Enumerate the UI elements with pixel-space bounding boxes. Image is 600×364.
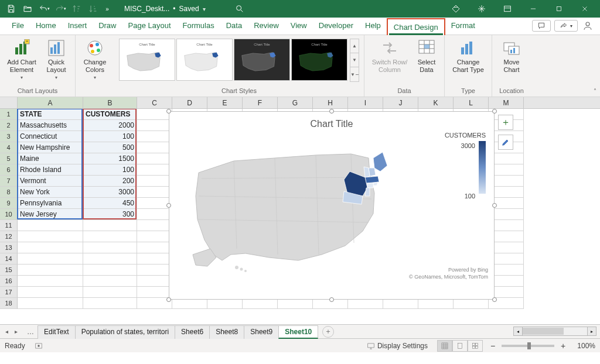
cell-A1[interactable]: STATE <box>18 109 83 120</box>
col-header-F[interactable]: F <box>243 97 278 108</box>
save-state[interactable]: Saved <box>179 5 199 13</box>
cell-B9[interactable]: 450 <box>83 198 137 209</box>
row-header-17[interactable]: 17 <box>0 287 18 298</box>
cell-B1[interactable]: CUSTOMERS <box>83 109 137 120</box>
cell-B14[interactable] <box>83 253 137 265</box>
cell-B15[interactable] <box>83 265 137 276</box>
row-header-8[interactable]: 8 <box>0 187 18 198</box>
row-header-7[interactable]: 7 <box>0 176 18 187</box>
chart-style-4[interactable]: Chart Title <box>291 39 347 81</box>
share-button[interactable]: ▾ <box>554 20 578 32</box>
chart-plot-area[interactable]: CUSTOMERS 3000 100 <box>169 132 494 284</box>
cell-A18[interactable] <box>18 298 83 309</box>
col-header-J[interactable]: J <box>383 97 418 108</box>
view-page-break-button[interactable] <box>468 340 483 352</box>
row-header-4[interactable]: 4 <box>0 142 18 153</box>
zoom-out-button[interactable]: − <box>488 341 498 351</box>
account-icon[interactable] <box>581 19 594 32</box>
gallery-up-button[interactable]: ▲ <box>350 39 359 53</box>
cell-C17[interactable] <box>137 287 172 298</box>
sheet-tab-sheet8[interactable]: Sheet8 <box>209 325 244 339</box>
cell-A11[interactable] <box>18 220 83 231</box>
maximize-button[interactable] <box>547 0 571 18</box>
move-chart-button[interactable]: Move Chart <box>497 37 526 75</box>
diamond-icon[interactable] <box>444 0 468 18</box>
qat-more-icon[interactable]: » <box>102 1 112 16</box>
resize-handle[interactable] <box>492 297 497 302</box>
open-icon[interactable] <box>20 1 35 16</box>
cell-B10[interactable]: 300 <box>83 209 137 220</box>
cell-C2[interactable] <box>137 120 172 131</box>
cell-C16[interactable] <box>137 276 172 287</box>
zoom-slider[interactable] <box>502 345 554 347</box>
cell-A5[interactable]: Maine <box>18 153 83 164</box>
cell-C12[interactable] <box>137 231 172 242</box>
add-chart-element-button[interactable]: + Add Chart Element ▾ <box>5 37 39 81</box>
view-page-layout-button[interactable] <box>452 340 468 352</box>
row-header-18[interactable]: 18 <box>0 298 18 309</box>
tab-formulas[interactable]: Formulas <box>177 18 220 35</box>
view-normal-button[interactable] <box>437 340 452 352</box>
cell-C4[interactable] <box>137 142 172 153</box>
region-vermont[interactable] <box>364 167 370 177</box>
scroll-left-button[interactable]: ◂ <box>513 327 523 336</box>
change-colors-button[interactable]: Change Colors ▾ <box>80 37 110 81</box>
row-header-15[interactable]: 15 <box>0 265 18 276</box>
chevron-down-icon[interactable]: ▾ <box>203 6 206 12</box>
cell-A13[interactable] <box>18 242 83 253</box>
sparkle-icon[interactable] <box>470 0 493 18</box>
tab-nav-first[interactable]: ◂ <box>2 327 11 337</box>
search-button[interactable] <box>235 4 244 13</box>
gallery-down-button[interactable]: ▼ <box>350 53 359 67</box>
cell-C7[interactable] <box>137 176 172 187</box>
horizontal-scrollbar[interactable]: ◂ ▸ <box>513 327 596 336</box>
row-header-3[interactable]: 3 <box>0 131 18 142</box>
cell-A17[interactable] <box>18 287 83 298</box>
cell-B5[interactable]: 1500 <box>83 153 137 164</box>
col-header-G[interactable]: G <box>278 97 313 108</box>
display-settings-button[interactable]: Display Settings <box>363 342 431 350</box>
cell-C8[interactable] <box>137 187 172 198</box>
row-header-5[interactable]: 5 <box>0 153 18 164</box>
cell-B2[interactable]: 2000 <box>83 120 137 131</box>
cell-B11[interactable] <box>83 220 137 231</box>
col-header-L[interactable]: L <box>454 97 489 108</box>
sheet-tab-sheet10[interactable]: Sheet10 <box>278 325 318 339</box>
ribbon-mode-icon[interactable] <box>496 0 519 18</box>
scroll-thumb[interactable] <box>523 328 564 335</box>
scroll-right-button[interactable]: ▸ <box>587 327 596 336</box>
col-header-M[interactable]: M <box>489 97 524 108</box>
cell-B16[interactable] <box>83 276 137 287</box>
cell-C6[interactable] <box>137 164 172 176</box>
cell-B12[interactable] <box>83 231 137 242</box>
chart-legend[interactable]: CUSTOMERS 3000 100 <box>440 132 486 194</box>
cell-A16[interactable] <box>18 276 83 287</box>
cell-A6[interactable]: Rhode Island <box>18 164 83 176</box>
tab-draw[interactable]: Draw <box>93 18 122 35</box>
tab-overflow[interactable]: … <box>23 328 38 336</box>
sheet-tab-sheet6[interactable]: Sheet6 <box>175 325 210 339</box>
undo-icon[interactable]: ▾ <box>36 1 52 16</box>
col-header-H[interactable]: H <box>313 97 348 108</box>
chart-elements-button[interactable]: ＋ <box>498 115 513 130</box>
cell-B17[interactable] <box>83 287 137 298</box>
cell-C13[interactable] <box>137 242 172 253</box>
tab-developer[interactable]: Developer <box>313 18 359 35</box>
tab-view[interactable]: View <box>285 18 313 35</box>
cell-A9[interactable]: Pennsylvania <box>18 198 83 209</box>
cell-B8[interactable]: 3000 <box>83 187 137 198</box>
cell-A7[interactable]: Vermont <box>18 176 83 187</box>
col-header-D[interactable]: D <box>172 97 207 108</box>
col-header-E[interactable]: E <box>207 97 243 108</box>
cell-B7[interactable]: 200 <box>83 176 137 187</box>
tab-page-layout[interactable]: Page Layout <box>122 18 177 35</box>
collapse-ribbon-icon[interactable]: ˄ <box>594 88 596 94</box>
resize-handle[interactable] <box>492 109 497 114</box>
cell-C15[interactable] <box>137 265 172 276</box>
quick-layout-button[interactable]: Quick Layout ▾ <box>42 37 70 81</box>
cell-B18[interactable] <box>83 298 137 309</box>
cell-A12[interactable] <box>18 231 83 242</box>
macro-record-icon[interactable] <box>31 342 46 350</box>
resize-handle[interactable] <box>166 297 171 302</box>
comments-button[interactable] <box>532 20 551 32</box>
